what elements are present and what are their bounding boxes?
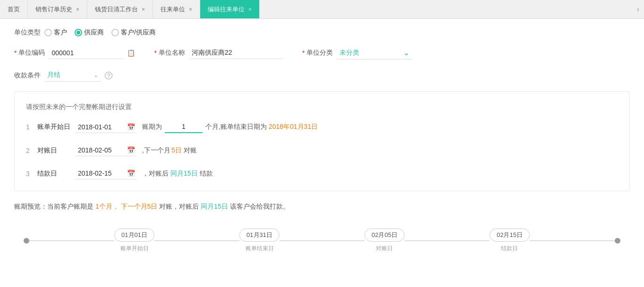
radio-both-circle [111, 29, 119, 36]
reconcile-date-input[interactable] [75, 144, 127, 156]
period-panel: 请按照未来的一个完整帐期进行设置 1 账单开始日 📅 账期为 个月,账单结束日期… [14, 91, 630, 191]
timeline-label-4: 结款日 [501, 245, 518, 253]
period-desc-prefix-1: 账期为 [142, 123, 162, 131]
tab-edit-partner-label: 编辑往来单位 [208, 5, 245, 14]
unit-category-star: * [302, 49, 305, 57]
reconcile-day-highlight: 5日 [171, 146, 182, 155]
period-months-input[interactable] [165, 121, 203, 133]
period-desc-3: ，对账后 同月15日 结款 [142, 169, 213, 178]
settlement-day-highlight: 同月15日 [170, 169, 198, 178]
timeline-pill-4: 02月15日 [490, 228, 530, 242]
period-row-3: 3 结款日 📅 ，对账后 同月15日 结款 [26, 168, 618, 179]
period-desc-prefix-2: ,下一个月 [142, 146, 170, 155]
radio-supplier-label: 供应商 [84, 28, 104, 37]
period-num-1: 1 [26, 123, 37, 131]
timeline-node-1: 01月01日 账单开始日 [114, 228, 154, 253]
timeline-spacer-4 [405, 240, 490, 241]
timeline-node-4: 02月15日 结款日 [490, 228, 530, 253]
payment-field: 收款条件 月结 ⌄ ? [14, 69, 112, 82]
unit-name-star: * [154, 49, 156, 57]
unit-name-field: * 单位名称 [154, 47, 283, 59]
timeline-pill-1: 01月01日 [114, 228, 154, 242]
radio-both-label: 客户/供应商 [121, 28, 156, 37]
tab-home-label: 首页 [8, 5, 20, 14]
timeline-pill-3: 02月05日 [364, 228, 405, 242]
start-date-input-wrapper: 📅 [75, 121, 136, 133]
timeline-container: 01月01日 账单开始日 01月31日 账单结束日 02月05日 对账日 02月… [14, 224, 630, 267]
start-date-input[interactable] [75, 121, 127, 133]
payment-chevron: ⌄ [93, 72, 98, 78]
payment-help-icon[interactable]: ? [105, 72, 112, 79]
payment-row: 收款条件 月结 ⌄ ? [14, 69, 630, 82]
period-end-date-highlight: 2018年01月31日 [269, 123, 318, 131]
tab-sales-history-label: 销售订单历史 [35, 5, 72, 14]
reconcile-date-input-wrapper: 📅 [75, 144, 136, 156]
tab-partner-units-label: 往来单位 [161, 5, 185, 14]
unit-category-select[interactable]: 未分类 ⌄ [337, 46, 412, 59]
period-num-3: 3 [26, 170, 37, 177]
preview-part1: 1个月， [95, 203, 119, 210]
period-desc-suffix-1: 个月,账单结束日期为 [205, 123, 267, 131]
timeline-node-2: 01月31日 账单结束日 [239, 228, 280, 253]
unit-type-row: 单位类型 客户 供应商 客户/供应商 [14, 28, 630, 37]
period-desc-2: ,下一个月 5日 对账 [142, 146, 197, 155]
timeline-spacer-3 [280, 240, 364, 241]
unit-code-field: * 单位编码 📋 [14, 47, 135, 59]
period-num-2: 2 [26, 147, 37, 154]
unit-name-label: 单位名称 [159, 49, 185, 57]
tab-scroll-arrow[interactable]: › [632, 5, 644, 14]
settlement-date-input-wrapper: 📅 [75, 168, 136, 179]
main-content: 单位类型 客户 供应商 客户/供应商 * 单位编码 [0, 19, 644, 287]
unit-category-field: * 单位分类 未分类 ⌄ [302, 46, 412, 59]
radio-both[interactable]: 客户/供应商 [111, 28, 156, 37]
panel-hint: 请按照未来的一个完整帐期进行设置 [26, 103, 618, 111]
timeline: 01月01日 账单开始日 01月31日 账单结束日 02月05日 对账日 02月… [24, 224, 620, 267]
unit-category-value: 未分类 [339, 49, 400, 57]
unit-code-input[interactable] [49, 47, 124, 59]
reconcile-date-calendar-icon[interactable]: 📅 [127, 146, 135, 154]
timeline-node-3: 02月05日 对账日 [364, 228, 405, 253]
preview-part2: 下一个月5日 [121, 203, 158, 210]
start-date-calendar-icon[interactable]: 📅 [127, 123, 135, 131]
unit-code-label: 单位编码 [18, 49, 45, 57]
tab-bar: 首页 销售订单历史 × 钱货日清工作台 × 往来单位 × 编辑往来单位 × › [0, 0, 644, 19]
period-row-1: 1 账单开始日 📅 账期为 个月,账单结束日期为 2018年01月31日 [26, 121, 618, 133]
timeline-spacer-2 [154, 240, 239, 241]
tab-cash-ledger[interactable]: 钱货日清工作台 × [87, 0, 153, 18]
payment-select[interactable]: 月结 ⌄ [44, 69, 101, 82]
unit-category-label: 单位分类 [306, 49, 333, 57]
tab-edit-partner-close[interactable]: × [248, 6, 252, 13]
preview-row: 账期预览：当前客户账期是 1个月， 下一个月5日 对账，对账后 同月15日 该客… [14, 201, 630, 212]
settlement-date-input[interactable] [75, 168, 127, 179]
payment-value: 月结 [47, 71, 92, 79]
timeline-spacer-5 [530, 240, 615, 241]
unit-type-field: 单位类型 客户 供应商 客户/供应商 [14, 28, 163, 37]
timeline-start-dot [24, 238, 29, 244]
settlement-date-calendar-icon[interactable]: 📅 [127, 169, 135, 177]
timeline-node-start-dot [24, 238, 29, 244]
tab-cash-ledger-close[interactable]: × [142, 6, 145, 13]
period-desc-suffix-3: 结款 [200, 169, 213, 178]
payment-label: 收款条件 [14, 71, 41, 80]
period-desc-suffix-2: 对账 [184, 146, 197, 155]
radio-customer[interactable]: 客户 [44, 28, 67, 37]
tab-edit-partner[interactable]: 编辑往来单位 × [200, 0, 260, 18]
tab-sales-history[interactable]: 销售订单历史 × [28, 0, 87, 18]
period-desc-1: 账期为 个月,账单结束日期为 2018年01月31日 [142, 121, 318, 133]
period-desc-prefix-3: ，对账后 [142, 169, 169, 178]
timeline-pill-2: 01月31日 [239, 228, 280, 242]
unit-name-input[interactable] [189, 47, 283, 59]
unit-code-icon[interactable]: 📋 [127, 49, 135, 57]
tab-partner-units-close[interactable]: × [189, 6, 192, 13]
unit-info-row: * 单位编码 📋 * 单位名称 * 单位分类 未分类 ⌄ [14, 46, 630, 59]
period-label-1: 账单开始日 [37, 123, 75, 131]
timeline-node-end-dot [615, 238, 620, 244]
tab-sales-history-close[interactable]: × [76, 6, 79, 13]
unit-type-radio-group: 客户 供应商 客户/供应商 [44, 28, 163, 37]
unit-type-label: 单位类型 [14, 28, 41, 37]
radio-supplier[interactable]: 供应商 [75, 28, 104, 37]
unit-category-chevron: ⌄ [403, 48, 409, 57]
tab-home[interactable]: 首页 [0, 0, 28, 18]
tab-partner-units[interactable]: 往来单位 × [153, 0, 200, 18]
period-label-2: 对账日 [37, 146, 75, 155]
